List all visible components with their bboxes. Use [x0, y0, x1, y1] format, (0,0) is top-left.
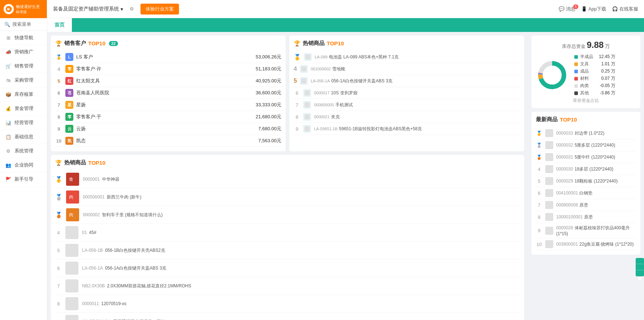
- users-icon: 👥: [5, 162, 12, 168]
- legend-val: 0.07 万: [595, 75, 615, 82]
- tab-home[interactable]: 首页: [47, 18, 72, 32]
- hot-products-card: 🏆 热销商品 TOP10 🥇 食 0000001中华神器: [51, 155, 524, 320]
- new-prod-item-5: 5 000002918颗粒板 (1220*2440): [536, 175, 636, 187]
- customer-name: 云扬: [76, 126, 255, 132]
- rank-item-7: 9 云 云扬 7,680.00元: [55, 123, 281, 135]
- trial-button[interactable]: 体验行业方案: [140, 4, 179, 15]
- app-version: 标准版: [16, 9, 40, 14]
- prod-rank-item-5: 7 000800005手机测试: [294, 99, 520, 111]
- sidebar-item-operations[interactable]: 📊 经营管理: [0, 116, 47, 130]
- trophy-icon-3: 🏆: [55, 160, 62, 166]
- legend-dot: [574, 70, 578, 73]
- settings-icon[interactable]: ⚙: [127, 4, 137, 14]
- svg-rect-28: [545, 141, 553, 149]
- search-menu[interactable]: 🔍 搜索菜单: [0, 18, 47, 31]
- online-service-label: 在线客服: [619, 6, 638, 12]
- product-thumbnail: 肉: [66, 208, 79, 221]
- rank-num: 🥈: [536, 143, 542, 148]
- new-prod-img: [545, 165, 553, 173]
- sidebar-item-inventory[interactable]: 📦 库存核算: [0, 87, 47, 102]
- notification-button[interactable]: 💬 消息 6: [559, 6, 575, 12]
- svg-rect-8: [305, 126, 310, 131]
- medal-icon: 🥈: [55, 194, 62, 201]
- new-prod-img: [545, 141, 553, 149]
- legend-val: 0.25 万: [595, 68, 615, 74]
- sidebar-item-enterprise[interactable]: 👥 企业协同: [0, 158, 47, 172]
- legend-item-meat: 肉类 -0.05 万: [574, 83, 615, 89]
- coin-icon: 💰: [5, 105, 12, 112]
- sidebar-item-finance[interactable]: 💰 资金管理: [0, 102, 47, 116]
- svg-rect-19: [65, 297, 78, 310]
- sidebar-item-guide[interactable]: 🚩 新手引导: [0, 172, 47, 186]
- customer-value: 36,600.00元: [256, 90, 281, 96]
- legend-name: 其他: [580, 90, 593, 96]
- app-download-button[interactable]: 📱 App下载: [581, 6, 606, 12]
- float-service: 客服热线 服务社区 直播: [636, 258, 644, 276]
- legend-name: 肉类: [580, 83, 593, 89]
- sidebar-item-quick-nav[interactable]: ⊞ 快捷导航: [0, 31, 47, 45]
- new-prod-img: [545, 201, 553, 209]
- float-btn-community[interactable]: 服务社区: [636, 264, 644, 270]
- rank-item-8: 10 凯 凯态 7,563.00元: [55, 135, 281, 147]
- sidebar-item-purchase[interactable]: 🛍 采购管理: [0, 73, 47, 87]
- avatar: 星: [65, 101, 73, 109]
- sidebar-item-base[interactable]: 📋 基础信息: [0, 130, 47, 144]
- customer-name: 星扬: [76, 102, 253, 108]
- rank-num: 5: [536, 179, 542, 184]
- trophy-icon: 🏆: [55, 40, 62, 47]
- prod-info: LA-089电池盖 LA-089 ABS本色+黑种 7.1克: [315, 54, 520, 60]
- prod-info: 000800005手机测试: [314, 102, 520, 108]
- float-btn-live[interactable]: 直播: [636, 270, 644, 276]
- svg-rect-5: [305, 90, 310, 95]
- hot-sales-text: 热销商品: [303, 40, 325, 47]
- prod-img: [304, 53, 312, 61]
- prod-info: 0000021夹克: [314, 114, 520, 120]
- hot-sales-top10-label: TOP10: [327, 40, 344, 46]
- svg-rect-36: [545, 240, 553, 248]
- nav-label: 库存核算: [15, 91, 33, 98]
- rank-num: 4: [55, 66, 62, 72]
- headset-icon: 🎧: [612, 6, 618, 12]
- float-btn-hotline[interactable]: 客服热线: [636, 258, 644, 264]
- sidebar-item-sales[interactable]: 🛒 销售管理: [0, 59, 47, 73]
- customer-value: 7,563.00元: [258, 138, 281, 144]
- new-prod-info: 10000100001原垄: [556, 214, 636, 220]
- rank-num: 7: [294, 102, 300, 108]
- legend-item-semifinished: 半成品 12.45 万: [574, 54, 615, 60]
- rank-num: 9: [294, 126, 300, 132]
- nav-label: 资金管理: [15, 105, 33, 112]
- product-rank-list: 🥇 LA-089电池盖 LA-089 ABS本色+黑种 7.1克 4 00100…: [294, 51, 520, 135]
- legend-dot: [574, 84, 578, 88]
- sidebar-item-marketing[interactable]: 📣 营销推广: [0, 45, 47, 59]
- content-area: 🏆 销售客户 TOP10 22 🥇 L LS 客户 53,006.26元: [47, 32, 644, 320]
- new-products-list: 🥇 0000033封边带 (1.0*22) 🥈 00000325厘多层 (122…: [536, 127, 636, 250]
- svg-text:食: 食: [69, 177, 73, 182]
- svg-rect-4: [301, 78, 306, 83]
- rank-num: 8: [55, 301, 62, 307]
- customer-value: 51,183.00元: [256, 66, 281, 72]
- legend-item-material: 材料 0.07 万: [574, 75, 615, 82]
- cart-icon: 🛒: [5, 63, 12, 69]
- prod-img: [303, 125, 311, 133]
- stock-card: 库存总资金 9.88 万: [531, 36, 640, 108]
- svg-text:肉: 肉: [69, 194, 73, 200]
- prod-img: [300, 77, 308, 85]
- legend-dot: [574, 77, 578, 81]
- sidebar-item-system[interactable]: ⚙ 系统管理: [0, 144, 47, 158]
- customer-value: 7,680.00元: [258, 126, 281, 132]
- new-prod-img: [545, 213, 553, 221]
- rank-num: 10: [55, 138, 62, 144]
- new-prod-img: [545, 129, 553, 137]
- legend-name: 材料: [580, 75, 593, 82]
- system-title-dropdown[interactable]: 装备及固定资产辅助管理系统 ▾: [53, 6, 123, 12]
- legend-val: -3.86 万: [595, 90, 615, 96]
- nav-label: 新手引导: [15, 176, 33, 182]
- customer-value: 40,925.00元: [256, 78, 281, 84]
- rank-num: 8: [536, 214, 542, 220]
- product-thumbnail: [65, 244, 78, 257]
- stock-total: 库存总资金 9.88 万: [536, 40, 636, 50]
- new-prod-item-7: 7 000800008原垄: [536, 199, 636, 211]
- new-products-top10: TOP10: [560, 116, 577, 123]
- hot-prod-info: 000001112070519-xs: [82, 301, 520, 306]
- online-service-button[interactable]: 🎧 在线客服: [612, 6, 638, 12]
